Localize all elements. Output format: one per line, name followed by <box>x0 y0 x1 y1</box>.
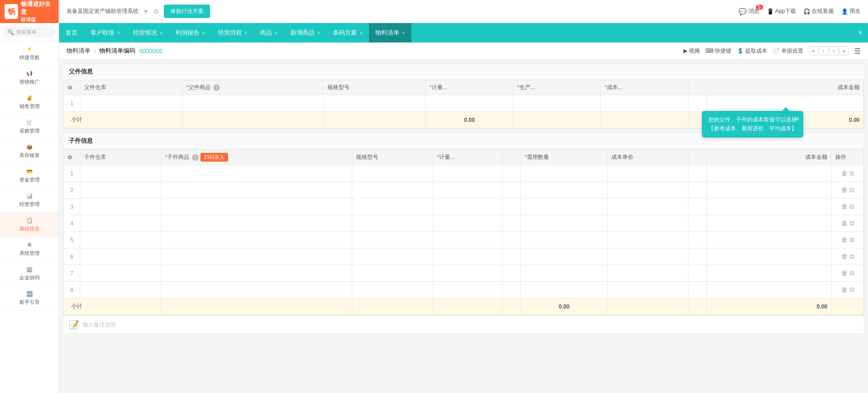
delete-row-btn[interactable]: 🗑 <box>841 169 848 177</box>
cell-child-unit[interactable] <box>433 182 502 199</box>
sidebar-item-sales[interactable]: 💰 销售管理 <box>0 91 59 115</box>
cell-child-warehouse[interactable] <box>80 232 161 248</box>
cell-cost[interactable] <box>601 95 688 112</box>
settings-icon[interactable]: ⚙ <box>153 8 159 15</box>
copy-row-btn[interactable]: ⧉ <box>850 253 854 260</box>
copy-row-btn[interactable]: ⧉ <box>850 186 854 194</box>
sidebar-item-purchase[interactable]: 🛒 采购管理 <box>0 115 59 139</box>
cell-child-spec[interactable] <box>352 265 433 282</box>
tab-profit[interactable]: 利润报告 × <box>169 23 211 42</box>
tab-operation-status[interactable]: 经营情况 × <box>127 23 169 42</box>
tab-close-icon[interactable]: × <box>402 30 405 36</box>
cell-child-unit[interactable] <box>433 232 502 248</box>
copy-row-btn[interactable]: ⧉ <box>850 169 854 177</box>
tooltip-close-btn[interactable]: × <box>796 114 800 124</box>
video-action[interactable]: ▶ 视频 <box>683 47 700 55</box>
cell-child-warehouse[interactable] <box>80 182 161 199</box>
tab-close-icon[interactable]: × <box>202 30 205 36</box>
copy-row-btn[interactable]: ⧉ <box>850 236 854 244</box>
copy-row-btn[interactable]: ⧉ <box>850 219 854 227</box>
sidebar-item-enterprise[interactable]: 🏢 企业协同 <box>0 262 59 286</box>
cell-child-qty[interactable] <box>521 182 608 199</box>
dropdown-icon[interactable]: ▼ <box>143 8 149 15</box>
cell-child-cost-unit[interactable] <box>608 165 688 182</box>
tab-barcode[interactable]: 条码方案 × <box>326 23 369 42</box>
nav-prev-btn[interactable]: ‹ <box>819 46 828 55</box>
cell-child-cost-unit[interactable] <box>608 248 688 265</box>
nav-next-btn[interactable]: › <box>829 46 838 55</box>
cell-child-spec[interactable] <box>352 282 433 298</box>
nav-first-btn[interactable]: « <box>809 46 818 55</box>
view-toggle-icon[interactable]: ☰ <box>854 47 861 55</box>
tab-close-icon[interactable]: × <box>117 30 120 36</box>
delete-row-btn[interactable]: 🗑 <box>841 253 848 260</box>
cell-child-unit[interactable] <box>433 199 502 215</box>
tab-customer[interactable]: 客户联络 × <box>84 23 127 42</box>
child-table-settings-header[interactable]: ⚙ <box>64 150 80 165</box>
cell-child-warehouse[interactable] <box>80 265 161 282</box>
sidebar-item-guide[interactable]: 🆕 新手引导 <box>0 286 59 311</box>
sidebar-item-marketing[interactable]: 📢 营销推广 <box>0 66 59 91</box>
cell-child-qty[interactable] <box>521 248 608 265</box>
tab-bom[interactable]: 物料清单 × <box>369 23 411 42</box>
sidebar-search-container[interactable]: 🔍 搜索菜单 <box>0 23 59 42</box>
tab-close-icon[interactable]: × <box>360 30 362 36</box>
delete-row-btn[interactable]: 🗑 <box>841 219 848 227</box>
cell-child-unit[interactable] <box>433 265 502 282</box>
service-btn[interactable]: 🎧 在线客服 <box>803 7 834 15</box>
delete-row-btn[interactable]: 🗑 <box>841 186 848 194</box>
app-download-btn[interactable]: 📱 App下载 <box>767 7 796 15</box>
cell-child-qty[interactable] <box>521 215 608 232</box>
shortcut-action[interactable]: ⌨ 快捷键 <box>705 47 731 55</box>
cell-child-cost-unit[interactable] <box>608 215 688 232</box>
sidebar-item-operation[interactable]: 📊 经营管理 <box>0 188 59 213</box>
single-settings-action[interactable]: 📄 单据设置 <box>773 47 803 55</box>
try-btn[interactable]: 体验行业方案 <box>164 5 210 18</box>
cell-child-spec[interactable] <box>352 199 433 215</box>
cell-child-warehouse[interactable] <box>80 215 161 232</box>
sidebar-item-finance[interactable]: 💳 资金管理 <box>0 164 59 188</box>
sidebar-item-inventory[interactable]: 📦 库存核算 <box>0 139 59 164</box>
copy-row-btn[interactable]: ⧉ <box>850 269 854 277</box>
table-settings-header[interactable]: ⚙ <box>64 80 80 95</box>
cell-child-unit[interactable] <box>433 165 502 182</box>
cell-child-unit[interactable] <box>433 282 502 298</box>
cell-child-spec[interactable] <box>352 215 433 232</box>
delete-row-btn[interactable]: 🗑 <box>841 203 848 211</box>
message-btn[interactable]: 💬 5 消息 <box>739 7 760 15</box>
nav-last-btn[interactable]: » <box>839 46 849 55</box>
cell-child-qty[interactable] <box>521 282 608 298</box>
cell-child-cost-unit[interactable] <box>608 282 688 298</box>
tab-close-icon[interactable]: × <box>317 30 320 36</box>
cell-product[interactable] <box>182 95 324 112</box>
cell-warehouse[interactable] <box>80 95 182 112</box>
cell-child-product[interactable] <box>161 282 352 298</box>
cell-child-product[interactable] <box>161 232 352 248</box>
tab-close-icon[interactable]: × <box>245 30 247 36</box>
cell-child-warehouse[interactable] <box>80 199 161 215</box>
cell-child-qty[interactable] <box>521 165 608 182</box>
cell-child-qty[interactable] <box>521 232 608 248</box>
cell-child-unit[interactable] <box>433 248 502 265</box>
delete-row-btn[interactable]: 🗑 <box>841 236 848 244</box>
delete-row-btn[interactable]: 🗑 <box>841 286 848 294</box>
cell-child-product[interactable] <box>161 265 352 282</box>
tab-close-icon[interactable]: × <box>275 30 277 36</box>
extract-cost-action[interactable]: 💲 提取成本 <box>737 47 767 55</box>
sidebar-item-system[interactable]: ⚙ 系统管理 <box>0 237 59 262</box>
cell-spec[interactable] <box>324 95 426 112</box>
note-placeholder[interactable]: 输入备注信息 <box>83 321 116 329</box>
copy-row-btn[interactable]: ⧉ <box>850 203 854 211</box>
cell-child-product[interactable] <box>161 182 352 199</box>
copy-row-btn[interactable]: ⧉ <box>850 286 854 294</box>
scan-btn[interactable]: 扫码录入 <box>200 153 228 162</box>
tab-new-product[interactable]: 新增商品 × <box>284 23 326 42</box>
cell-child-product[interactable] <box>161 165 352 182</box>
cell-production[interactable] <box>513 95 600 112</box>
cell-child-qty[interactable] <box>521 265 608 282</box>
cell-child-qty[interactable] <box>521 199 608 215</box>
cell-child-product[interactable] <box>161 248 352 265</box>
cell-child-spec[interactable] <box>352 182 433 199</box>
cell-child-unit[interactable] <box>433 215 502 232</box>
tab-biz-history[interactable]: 经营历程 × <box>211 23 254 42</box>
